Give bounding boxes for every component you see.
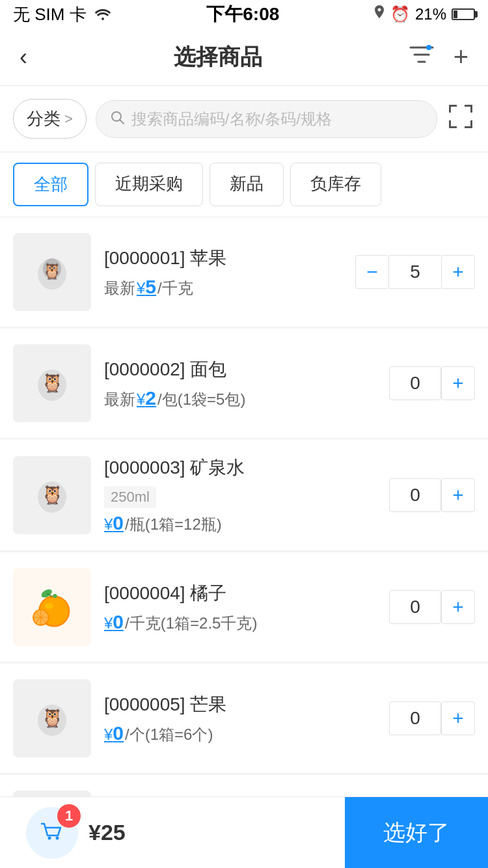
cart-icon[interactable]: 1 xyxy=(26,807,78,859)
product-price: ¥0 /瓶(1箱=12瓶) xyxy=(104,512,376,535)
qty-control: + xyxy=(389,478,475,512)
qty-plus-button[interactable]: + xyxy=(441,478,475,512)
qty-input[interactable] xyxy=(389,366,441,400)
wifi-icon xyxy=(93,5,113,25)
price-label: 最新 xyxy=(104,389,135,410)
svg-point-3 xyxy=(426,45,431,50)
svg-point-39 xyxy=(56,836,59,839)
search-box[interactable]: 搜索商品编码/名称/条码/规格 xyxy=(96,100,437,138)
cart-badge: 1 xyxy=(57,804,81,828)
cart-total: ¥25 xyxy=(88,820,126,845)
product-name: [0000004] 橘子 xyxy=(104,581,376,606)
confirm-button[interactable]: 选好了 xyxy=(345,797,488,869)
qty-control: + xyxy=(389,701,475,735)
product-price: ¥0 /个(1箱=6个) xyxy=(104,722,376,745)
svg-rect-13 xyxy=(470,120,472,128)
price-unit: /包(1袋=5包) xyxy=(157,389,245,410)
qty-control: − + xyxy=(355,255,475,289)
status-bar: 无 SIM 卡 下午6:08 ⏰ 21% xyxy=(0,0,488,29)
filter-bar: 分类 > 搜索商品编码/名称/条码/规格 xyxy=(0,86,488,152)
product-price: ¥0 /千克(1箱=2.5千克) xyxy=(104,611,376,634)
search-placeholder: 搜索商品编码/名称/条码/规格 xyxy=(131,109,332,129)
tab-recent[interactable]: 近期采购 xyxy=(95,163,203,206)
qty-plus-button[interactable]: + xyxy=(441,590,475,624)
qty-plus-button[interactable]: + xyxy=(441,701,475,735)
price-unit: /千克(1箱=2.5千克) xyxy=(125,613,257,634)
product-image: 🦉 xyxy=(13,679,91,757)
bottom-bar: 1 ¥25 选好了 xyxy=(0,796,488,868)
qty-input[interactable] xyxy=(389,701,441,735)
category-label: 分类 xyxy=(27,107,61,130)
product-image: 🦉 xyxy=(13,344,91,422)
product-info: [0000003] 矿泉水 250ml ¥0 /瓶(1箱=12瓶) xyxy=(104,455,376,535)
product-item: 🦉 [0000003] 矿泉水 250ml ¥0 /瓶(1箱=12瓶) + xyxy=(0,440,488,551)
product-name: [0000003] 矿泉水 xyxy=(104,455,376,480)
tab-all[interactable]: 全部 xyxy=(13,163,88,206)
qty-plus-button[interactable]: + xyxy=(441,255,475,289)
product-list: 🦉 [0000001] 苹果 最新 ¥5 /千克 − + xyxy=(0,217,488,868)
product-info: [0000002] 面包 最新 ¥2 /包(1袋=5包) xyxy=(104,357,376,410)
svg-text:🦉: 🦉 xyxy=(42,262,62,280)
category-arrow: > xyxy=(64,111,73,128)
qty-input[interactable] xyxy=(389,255,441,289)
product-image xyxy=(13,568,91,646)
product-name: [0000001] 苹果 xyxy=(104,246,342,271)
product-price: 最新 ¥2 /包(1袋=5包) xyxy=(104,387,376,410)
product-info: [0000005] 芒果 ¥0 /个(1箱=6个) xyxy=(104,692,376,745)
cart-area: 1 ¥25 xyxy=(0,807,345,859)
tab-negative[interactable]: 负库存 xyxy=(290,163,381,206)
add-button[interactable]: + xyxy=(454,42,468,72)
nav-bar: ‹ 选择商品 + xyxy=(0,29,488,86)
qty-control: + xyxy=(389,590,475,624)
price-unit: /瓶(1箱=12瓶) xyxy=(125,514,222,535)
svg-text:🦉: 🦉 xyxy=(41,707,64,729)
product-name: [0000002] 面包 xyxy=(104,357,376,382)
svg-text:🦉: 🦉 xyxy=(41,484,64,506)
qty-input[interactable] xyxy=(389,590,441,624)
alarm-icon: ⏰ xyxy=(390,5,410,23)
svg-rect-7 xyxy=(449,105,451,113)
status-right: ⏰ 21% xyxy=(373,5,475,23)
product-info: [0000001] 苹果 最新 ¥5 /千克 xyxy=(104,246,342,299)
status-time: 下午6:08 xyxy=(206,2,279,27)
qty-control: + xyxy=(389,366,475,400)
status-left: 无 SIM 卡 xyxy=(13,3,113,26)
product-spec: 250ml xyxy=(104,486,156,508)
battery-percent: 21% xyxy=(415,5,446,23)
search-icon xyxy=(109,109,125,129)
svg-point-38 xyxy=(48,836,51,839)
filter-icon[interactable] xyxy=(409,44,434,70)
svg-line-5 xyxy=(120,120,124,124)
product-image: 🦉 xyxy=(13,456,91,534)
page-title: 选择商品 xyxy=(174,42,262,72)
svg-text:🦉: 🦉 xyxy=(41,372,64,394)
svg-point-32 xyxy=(53,594,57,598)
qty-input[interactable] xyxy=(389,478,441,512)
svg-rect-9 xyxy=(470,105,472,113)
tabs-bar: 全部 近期采购 新品 负库存 xyxy=(0,152,488,217)
product-item: 🦉 [0000001] 苹果 最新 ¥5 /千克 − + xyxy=(0,217,488,327)
battery-icon xyxy=(452,8,475,20)
product-image: 🦉 xyxy=(13,233,91,311)
nav-actions: + xyxy=(409,42,468,72)
price-unit: /千克 xyxy=(157,278,193,299)
svg-rect-11 xyxy=(449,120,451,128)
price-unit: /个(1箱=6个) xyxy=(125,724,213,745)
scan-icon[interactable] xyxy=(446,102,475,135)
product-item: 🦉 [0000002] 面包 最新 ¥2 /包(1袋=5包) + xyxy=(0,329,488,439)
product-item: [0000004] 橘子 ¥0 /千克(1箱=2.5千克) + xyxy=(0,552,488,662)
product-price: 最新 ¥5 /千克 xyxy=(104,276,342,299)
qty-minus-button[interactable]: − xyxy=(355,255,389,289)
product-name: [0000005] 芒果 xyxy=(104,692,376,717)
carrier-text: 无 SIM 卡 xyxy=(13,3,87,26)
back-button[interactable]: ‹ xyxy=(20,44,27,71)
svg-point-23 xyxy=(45,603,53,609)
product-info: [0000004] 橘子 ¥0 /千克(1箱=2.5千克) xyxy=(104,581,376,634)
location-icon xyxy=(373,5,385,23)
category-button[interactable]: 分类 > xyxy=(13,99,87,139)
product-item: 🦉 [0000005] 芒果 ¥0 /个(1箱=6个) + xyxy=(0,664,488,774)
price-label: 最新 xyxy=(104,278,135,299)
qty-plus-button[interactable]: + xyxy=(441,366,475,400)
tab-new[interactable]: 新品 xyxy=(210,163,284,206)
